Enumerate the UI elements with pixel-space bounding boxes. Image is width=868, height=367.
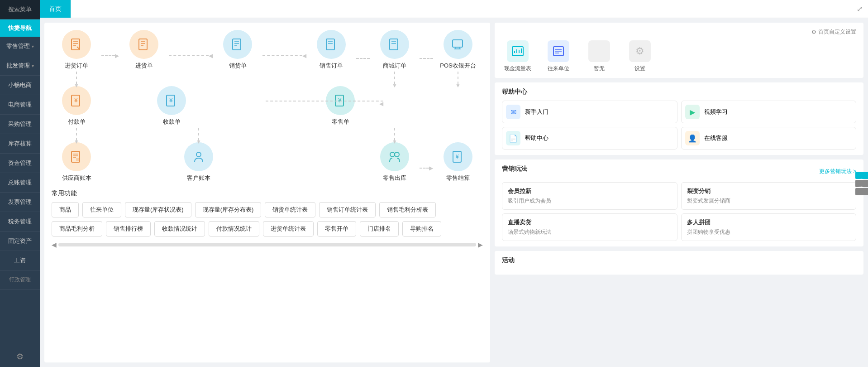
receipt-icon: ¥	[157, 86, 186, 115]
sidebar-item-ecom-small[interactable]: 小畅电商	[0, 76, 40, 95]
float-btn-hotline[interactable]: 客服热线	[855, 172, 868, 179]
quick-btn-sales-stat[interactable]: 销货单统计表	[265, 202, 315, 217]
quick-btn-receipt-stat[interactable]: 收款情况统计	[154, 221, 205, 237]
wf-node-payment[interactable]: ¥ 付款单	[52, 86, 101, 126]
quick-grid: 商品 往来单位 现存量(库存状况表) 现存量(库存分布表) 销货单统计表 销售订…	[52, 202, 483, 237]
svg-rect-31	[76, 158, 80, 161]
settings-label[interactable]: 首页自定义设置	[818, 28, 856, 36]
workflow-section: 进货订单 ▶	[52, 30, 483, 182]
scroll-right-btn[interactable]: ▶	[478, 241, 483, 248]
sidebar-item-finance[interactable]: 资金管理	[0, 154, 40, 173]
svg-text:¥: ¥	[74, 97, 78, 104]
scroll-left-btn[interactable]: ◀	[52, 241, 57, 248]
content-area: 进货订单 ▶	[40, 18, 868, 367]
svg-text:¥: ¥	[338, 97, 342, 104]
marketing-card-member[interactable]: 会员拉新 吸引用户成为会员	[502, 182, 677, 210]
quick-btn-product[interactable]: 商品	[52, 202, 79, 217]
gear-icon: ⚙	[811, 29, 816, 35]
left-panel: 进货订单 ▶	[44, 23, 490, 362]
sidebar-item-tax[interactable]: 税务管理	[0, 212, 40, 232]
wf-node-sales[interactable]: 销货单	[213, 30, 262, 70]
float-btn-community[interactable]: 服务社区	[855, 180, 868, 187]
sidebar-item-assets[interactable]: 固定资产	[0, 232, 40, 251]
marketing-title: 营销玩法	[502, 165, 527, 173]
sidebar-search[interactable]: 搜索菜单	[0, 0, 40, 19]
supplier-ledger-icon	[62, 142, 91, 171]
more-marketing-link[interactable]: 更多营销玩法 >	[819, 168, 856, 175]
marketing-grid: 会员拉新 吸引用户成为会员 裂变分销 裂变式发展分销商 直播卖货 场景式购物新玩…	[502, 182, 856, 241]
main-area: 首页 ⤢	[40, 0, 868, 367]
help-grid: ✉ 新手入门 ▶ 视频学习 📄 帮助中心 👤 在线客服	[502, 101, 856, 150]
svg-text:¥: ¥	[169, 97, 173, 104]
help-item-video[interactable]: ▶ 视频学习	[681, 101, 857, 123]
activity-section: 活动	[495, 251, 863, 275]
marketing-card-livestream[interactable]: 直播卖货 场景式购物新玩法	[502, 213, 677, 241]
sidebar-item-ecom-mgmt[interactable]: 电商管理	[0, 95, 40, 115]
settings-icon[interactable]: ⚙	[0, 346, 40, 367]
customer-ledger-icon	[184, 142, 213, 171]
sidebar-item-invoice[interactable]: 发票管理	[0, 193, 40, 212]
wf-node-retail[interactable]: ◀ ¥ 零售单	[315, 86, 365, 126]
sidebar-item-wholesale[interactable]: 批发管理 ▾	[0, 56, 40, 76]
cashflow-icon	[507, 40, 529, 62]
tab-home[interactable]: 首页	[40, 0, 71, 18]
quick-btn-purchase-stat[interactable]: 进货单统计表	[263, 221, 314, 237]
quick-btn-stock-dist[interactable]: 现存量(库存分布表)	[195, 202, 262, 217]
qa-empty: 暂无	[583, 40, 615, 72]
float-btn-desktop[interactable]: 桌面快捷	[855, 188, 868, 195]
qa-contacts[interactable]: 往来单位	[543, 40, 574, 72]
marketing-card-group-buy[interactable]: 多人拼团 拼团购物享受优惠	[681, 213, 857, 241]
help-item-beginner[interactable]: ✉ 新手入门	[502, 101, 677, 123]
svg-point-32	[196, 152, 201, 157]
sidebar-item-inventory[interactable]: 库存核算	[0, 134, 40, 154]
wf-node-retail-outbound[interactable]: 零售出库	[370, 142, 420, 182]
scroll-track[interactable]	[58, 243, 476, 246]
marketing-card-fission[interactable]: 裂变分销 裂变式发展分销商	[681, 182, 857, 210]
wf-node-supplier-ledger[interactable]: 供应商账本	[52, 142, 101, 182]
sidebar-item-more[interactable]: 行政管理	[0, 270, 40, 290]
wf-node-mall-order[interactable]: 商城订单	[370, 30, 420, 70]
sidebar-item-purchase[interactable]: 采购管理	[0, 115, 40, 134]
help-title: 帮助中心	[502, 88, 856, 96]
video-icon: ▶	[685, 105, 700, 119]
tab-bar: 首页 ⤢	[40, 0, 868, 18]
retail-outbound-icon	[380, 142, 409, 171]
sidebar-item-retail[interactable]: 零售管理 ▾	[0, 37, 40, 56]
quick-btn-store-rank[interactable]: 门店排名	[360, 221, 399, 237]
wf-node-sales-order[interactable]: 销售订单	[306, 30, 356, 70]
sidebar: 搜索菜单 快捷导航 零售管理 ▾ 批发管理 ▾ 小畅电商 电商管理 采购管理 库…	[0, 0, 40, 367]
wf-node-receipt[interactable]: ¥ 收款单	[147, 86, 196, 126]
retail-settlement-icon: ¥	[444, 142, 472, 171]
help-section: 帮助中心 ✉ 新手入门 ▶ 视频学习 📄 帮助中心 👤	[495, 82, 863, 155]
wf-node-customer-ledger[interactable]: 客户账本	[174, 142, 224, 182]
purchase-icon	[129, 30, 158, 59]
quick-functions-title: 常用功能	[52, 189, 483, 198]
sidebar-item-ledger[interactable]: 总账管理	[0, 173, 40, 193]
quick-btn-contacts[interactable]: 往来单位	[82, 202, 121, 217]
help-item-help-center[interactable]: 📄 帮助中心	[502, 127, 677, 150]
quick-btn-sales-rank[interactable]: 销售排行榜	[106, 221, 151, 237]
qa-settings[interactable]: ⚙ 设置	[624, 40, 656, 72]
help-item-online-support[interactable]: 👤 在线客服	[681, 127, 857, 150]
quick-access-section: ⚙ 首页自定义设置	[495, 23, 863, 78]
quick-btn-product-profit[interactable]: 商品毛利分析	[52, 221, 102, 237]
quick-btn-sales-order-stat[interactable]: 销售订单统计表	[319, 202, 376, 217]
wf-node-pos[interactable]: POS收银开台	[433, 30, 483, 70]
sales-order-icon	[317, 30, 346, 59]
quick-btn-payment-stat[interactable]: 付款情况统计	[209, 221, 259, 237]
pos-icon	[444, 30, 472, 59]
svg-point-34	[395, 152, 399, 157]
svg-rect-15	[390, 39, 398, 50]
quick-btn-guide-rank[interactable]: 导购排名	[402, 221, 441, 237]
wf-node-purchase[interactable]: 进货单	[119, 30, 169, 70]
quick-btn-sales-profit[interactable]: 销售毛利分析表	[379, 202, 436, 217]
wf-node-retail-settlement[interactable]: ¥ 零售结算	[433, 142, 483, 182]
expand-icon[interactable]: ⤢	[851, 5, 868, 13]
qa-cashflow[interactable]: 现金流量表	[502, 40, 534, 72]
quick-btn-retail-order[interactable]: 零售开单	[317, 221, 356, 237]
qa-header: ⚙ 首页自定义设置	[502, 28, 856, 36]
sidebar-item-payroll[interactable]: 工资	[0, 251, 40, 270]
payment-icon: ¥	[62, 86, 91, 115]
wf-node-purchase-order[interactable]: 进货订单	[52, 30, 101, 70]
quick-btn-stock-status[interactable]: 现存量(库存状况表)	[125, 202, 191, 217]
